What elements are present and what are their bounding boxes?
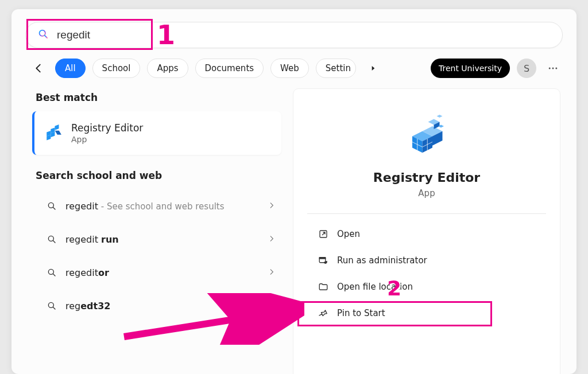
detail-subtitle: App <box>418 188 435 198</box>
svg-line-19 <box>53 307 55 309</box>
action-label: Pin to Start <box>337 308 385 318</box>
folder-icon <box>315 282 331 292</box>
results-left-column: Best match <box>32 88 281 374</box>
svg-line-15 <box>53 240 55 243</box>
svg-point-4 <box>555 68 557 69</box>
action-open[interactable]: Open <box>307 221 546 247</box>
result-text: regedit <box>65 267 98 278</box>
search-panel: All School Apps Documents Web Settin Tre… <box>11 9 577 374</box>
result-bold: run <box>101 234 119 245</box>
filter-chip-school[interactable]: School <box>92 59 141 78</box>
org-badge[interactable]: Trent University <box>431 59 510 78</box>
result-text: regedit <box>65 201 98 212</box>
action-run-as-admin[interactable]: Run as administrator <box>307 247 546 274</box>
chevron-right-icon <box>268 301 276 311</box>
web-result-regeditor[interactable]: regeditor <box>32 256 281 289</box>
result-bold: edt32 <box>80 301 110 311</box>
school-web-heading: Search school and web <box>36 170 281 181</box>
detail-header: Registry Editor App <box>307 112 546 198</box>
filter-chip-overflow[interactable] <box>363 64 384 72</box>
best-match-subtitle: App <box>71 135 143 144</box>
web-result-regedit-run[interactable]: regedit run <box>32 223 281 256</box>
web-result-regedit[interactable]: regedit - See school and web results <box>32 189 281 223</box>
chevron-right-icon <box>268 201 276 212</box>
action-open-file-location[interactable]: Open file location <box>307 274 546 300</box>
registry-editor-icon <box>42 122 65 145</box>
svg-point-3 <box>552 68 554 69</box>
search-input[interactable] <box>57 29 551 41</box>
search-icon <box>44 201 60 211</box>
svg-rect-35 <box>319 258 326 259</box>
registry-editor-large-icon <box>404 112 450 158</box>
more-menu-button[interactable] <box>543 59 563 78</box>
best-match-heading: Best match <box>36 92 281 103</box>
svg-marker-27 <box>437 115 443 118</box>
open-icon <box>315 229 331 239</box>
filter-chip-row: All School Apps Documents Web Settin Tre… <box>11 59 577 88</box>
chevron-right-icon <box>268 267 276 278</box>
search-field-wrap[interactable] <box>25 22 563 48</box>
svg-rect-11 <box>55 131 61 135</box>
search-icon <box>44 267 60 278</box>
detail-title: Registry Editor <box>373 170 480 185</box>
best-match-title: Registry Editor <box>71 122 143 134</box>
action-label: Run as administrator <box>337 255 427 266</box>
shield-app-icon <box>315 255 331 266</box>
filter-chip-apps[interactable]: Apps <box>147 59 188 78</box>
svg-rect-9 <box>55 124 59 130</box>
search-icon <box>44 301 60 311</box>
action-label: Open <box>337 229 360 239</box>
chevron-right-icon <box>268 234 276 245</box>
best-match-result[interactable]: Registry Editor App <box>32 111 281 155</box>
action-label: Open file location <box>337 282 413 292</box>
filter-chip-settings-truncated[interactable]: Settin <box>316 59 356 78</box>
results-columns: Best match <box>11 88 577 374</box>
detail-divider <box>307 213 546 214</box>
search-icon <box>37 28 49 42</box>
svg-point-2 <box>549 68 551 69</box>
web-result-regedt32[interactable]: regedt32 <box>32 289 281 322</box>
filter-chip-all[interactable]: All <box>55 59 86 78</box>
search-icon <box>44 234 60 244</box>
detail-panel: Registry Editor App Open Run as administ… <box>293 88 560 374</box>
result-bold: or <box>98 267 109 278</box>
result-text: regedit <box>65 234 101 245</box>
result-text: reg <box>65 301 80 311</box>
svg-line-1 <box>45 36 47 38</box>
result-subtext: - See school and web results <box>98 201 225 212</box>
svg-line-13 <box>53 207 55 209</box>
filter-chip-documents[interactable]: Documents <box>195 59 264 78</box>
user-avatar[interactable]: S <box>517 59 536 78</box>
svg-line-17 <box>53 274 55 276</box>
action-pin-to-start[interactable]: Pin to Start <box>307 300 546 326</box>
back-button[interactable] <box>29 59 48 78</box>
pin-icon <box>315 308 331 318</box>
searchbar-container <box>11 9 577 59</box>
filter-chip-web[interactable]: Web <box>270 59 309 78</box>
